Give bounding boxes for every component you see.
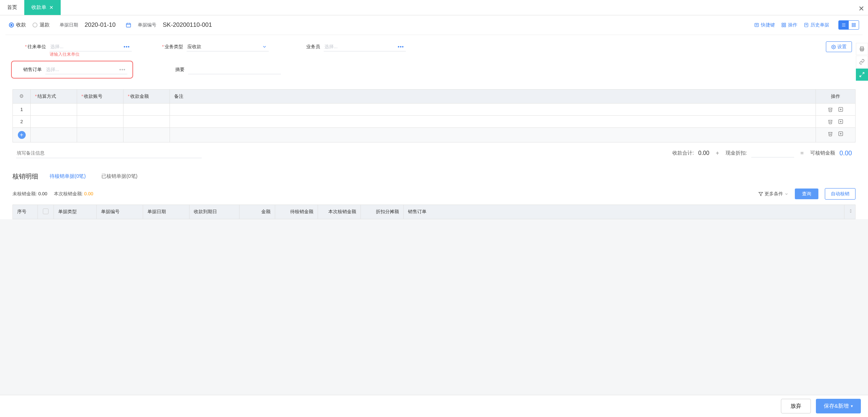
auto-verify-button[interactable]: 自动核销 — [825, 188, 856, 200]
payment-table: ⚙ *结算方式 *收款账号 *收款金额 备注 操作 1 2 — [12, 89, 856, 142]
remark-input[interactable] — [16, 148, 202, 158]
counterparty-input[interactable] — [50, 42, 132, 51]
shortcut-link[interactable]: 快捷键 — [754, 22, 775, 28]
add-row-icon[interactable] — [838, 131, 843, 136]
salesorder-highlight: 销售订单 ••• — [11, 61, 133, 79]
total-label: 收款合计: — [672, 150, 694, 156]
radio-receipt[interactable]: 收款 — [9, 22, 26, 28]
verify-table: 序号 单据类型 单据编号 单据日期 收款到期日 金额 待核销金额 本次核销金额 … — [12, 205, 856, 219]
gear-icon[interactable]: ⚙ — [19, 93, 24, 99]
biztype-input[interactable] — [187, 42, 269, 51]
operator-field: 业务员 ••• — [290, 41, 406, 52]
svg-rect-10 — [784, 25, 786, 27]
svg-rect-18 — [854, 23, 856, 25]
table-row: 1 — [13, 104, 855, 116]
discount-label: 现金折扣: — [726, 150, 747, 156]
summary-row: 收款合计: 0.00 + 现金折扣: = 可核销金额 0.00 — [5, 142, 863, 164]
expand-icon[interactable] — [856, 69, 868, 81]
verify-table-header: 序号 单据类型 单据编号 单据日期 收款到期日 金额 待核销金额 本次核销金额 … — [13, 205, 855, 219]
delete-icon[interactable] — [828, 107, 833, 112]
close-icon[interactable]: ✕ — [858, 4, 864, 13]
verifiable-label: 可核销金额 — [810, 150, 835, 156]
verify-title: 核销明细 — [12, 172, 38, 181]
view-grid-button[interactable] — [849, 21, 859, 29]
radio-refund-label: 退款 — [40, 22, 50, 28]
tab-receipt[interactable]: 收款单 ✕ — [24, 0, 61, 15]
transaction-type-radio: 收款 退款 — [5, 22, 53, 28]
side-panel — [856, 43, 868, 81]
svg-rect-20 — [854, 25, 856, 27]
radio-icon — [32, 22, 37, 27]
close-icon[interactable]: ✕ — [49, 5, 54, 10]
form-area: *往来单位 ••• 请输入往来单位 *业务类型 业务员 ••• 设置 — [5, 35, 863, 86]
biztype-field: *业务类型 — [153, 41, 269, 52]
more-conditions[interactable]: 更多条件 — [758, 191, 788, 197]
tab-bar: 首页 收款单 ✕ ✕ — [0, 0, 868, 15]
add-button[interactable]: + — [18, 131, 26, 139]
view-toggle — [838, 20, 859, 30]
salesorder-input[interactable] — [45, 65, 127, 74]
table-add-row: + — [13, 128, 855, 142]
history-link[interactable]: 历史单据 — [804, 22, 829, 28]
summary-input[interactable] — [188, 65, 281, 74]
counterparty-field: *往来单位 ••• 请输入往来单位 — [16, 41, 132, 52]
checkbox[interactable] — [43, 208, 49, 214]
svg-line-36 — [860, 75, 862, 77]
query-button[interactable]: 查询 — [795, 189, 818, 199]
main-content: 收款 退款 单据日期 2020-01-10 单据编号 SK-20200110-0… — [0, 15, 868, 219]
svg-marker-31 — [759, 192, 763, 196]
tab-receipt-label: 收款单 — [31, 4, 46, 11]
operate-link[interactable]: 操作 — [781, 22, 797, 28]
counterparty-error: 请输入往来单位 — [50, 51, 80, 57]
chevron-down-icon[interactable] — [262, 44, 267, 49]
verifiable-value: 0.00 — [839, 150, 852, 157]
svg-rect-0 — [126, 23, 131, 27]
salesorder-field: 销售订单 ••• — [12, 65, 127, 74]
link-icon[interactable] — [856, 56, 868, 68]
radio-refund[interactable]: 退款 — [32, 22, 50, 28]
doc-no-label: 单据编号 — [138, 22, 156, 28]
tab-home[interactable]: 首页 — [0, 0, 24, 15]
lookup-icon[interactable]: ••• — [119, 67, 126, 72]
add-row-icon[interactable] — [838, 107, 843, 112]
svg-line-35 — [862, 72, 864, 74]
verify-tab-done[interactable]: 已核销单据(0笔) — [97, 171, 142, 182]
doc-date-value[interactable]: 2020-01-10 — [85, 21, 116, 29]
print-icon[interactable] — [856, 43, 868, 55]
sort-icon[interactable] — [844, 205, 855, 219]
doc-date-label: 单据日期 — [60, 22, 78, 28]
operator-input[interactable] — [324, 42, 406, 51]
svg-rect-7 — [782, 23, 783, 25]
table-header: ⚙ *结算方式 *收款账号 *收款金额 备注 操作 — [13, 90, 855, 104]
radio-icon — [9, 22, 14, 27]
svg-rect-8 — [784, 23, 786, 25]
svg-point-21 — [833, 46, 834, 47]
discount-input[interactable] — [751, 149, 794, 157]
radio-receipt-label: 收款 — [16, 22, 26, 28]
doc-no-value: SK-20200110-001 — [163, 21, 212, 29]
delete-icon[interactable] — [828, 119, 833, 124]
svg-rect-19 — [852, 25, 853, 27]
svg-rect-9 — [782, 25, 783, 27]
total-value: 0.00 — [698, 150, 709, 156]
table-row: 2 — [13, 116, 855, 128]
svg-rect-17 — [852, 23, 853, 25]
view-list-button[interactable] — [839, 21, 849, 29]
add-row-icon[interactable] — [838, 119, 843, 124]
lookup-icon[interactable]: ••• — [123, 44, 130, 50]
delete-icon[interactable] — [828, 131, 833, 136]
lookup-icon[interactable]: ••• — [398, 44, 404, 50]
calendar-icon[interactable] — [126, 22, 131, 28]
summary-field: 摘要 — [155, 61, 281, 79]
header-row: 收款 退款 单据日期 2020-01-10 单据编号 SK-20200110-0… — [5, 15, 863, 35]
verify-tab-pending[interactable]: 待核销单据(0笔) — [45, 171, 90, 182]
verify-section: 核销明细 待核销单据(0笔) 已核销单据(0笔) 未核销金额: 0.00 本次核… — [12, 171, 856, 219]
settings-button[interactable]: 设置 — [826, 41, 852, 52]
